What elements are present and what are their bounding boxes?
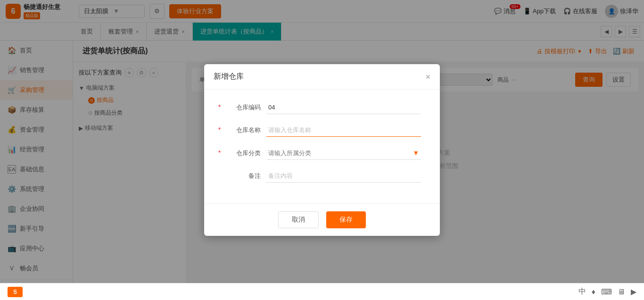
modal-add-warehouse: 新增仓库 × 仓库编码 仓库名称 仓库分类 ▼	[204, 64, 440, 236]
lang-icon[interactable]: 中	[578, 287, 586, 297]
bottom-bar: S 中 ♦ ⌨ 🖥 ▶	[0, 283, 644, 300]
category-input[interactable]	[268, 150, 413, 157]
form-row-code: 仓库编码	[223, 101, 421, 114]
modal-footer: 取消 保存	[204, 203, 440, 236]
modal-header: 新增仓库 ×	[204, 64, 440, 90]
note-input[interactable]	[266, 169, 421, 183]
form-row-name: 仓库名称	[223, 124, 421, 137]
modal-title: 新增仓库	[214, 72, 244, 82]
bottom-logo: S	[8, 287, 23, 297]
keyboard-icon[interactable]: ⌨	[601, 287, 612, 296]
s-logo-badge: S	[8, 287, 23, 297]
save-button[interactable]: 保存	[326, 211, 366, 228]
modal-overlay: 新增仓库 × 仓库编码 仓库名称 仓库分类 ▼	[0, 0, 644, 300]
category-label: 仓库分类	[223, 149, 261, 158]
code-input[interactable]	[266, 101, 421, 114]
modal-body: 仓库编码 仓库名称 仓库分类 ▼ 备注	[204, 90, 440, 203]
cancel-button[interactable]: 取消	[278, 211, 319, 228]
diamond-icon[interactable]: ♦	[592, 288, 595, 296]
form-row-category: 仓库分类 ▼	[223, 146, 421, 160]
play-icon[interactable]: ▶	[631, 287, 636, 296]
modal-close-button[interactable]: ×	[425, 73, 430, 81]
monitor-icon[interactable]: 🖥	[618, 288, 625, 296]
category-dropdown-icon: ▼	[413, 149, 419, 157]
name-label: 仓库名称	[223, 126, 261, 134]
form-row-note: 备注	[223, 169, 421, 183]
code-label: 仓库编码	[223, 103, 261, 112]
category-select-wrapper[interactable]: ▼	[266, 146, 421, 160]
name-input[interactable]	[266, 124, 421, 137]
note-label: 备注	[223, 172, 261, 180]
